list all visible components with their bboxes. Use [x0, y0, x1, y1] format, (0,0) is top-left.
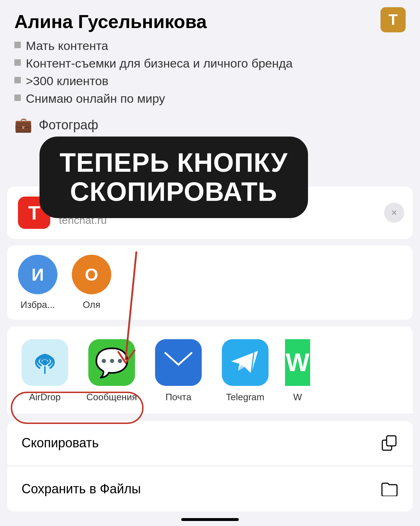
app-item-whatsapp[interactable]: W W — [285, 339, 310, 403]
copy-icon — [381, 434, 398, 452]
whatsapp-label: W — [293, 392, 302, 403]
tenchat-logo: T — [18, 197, 50, 229]
apps-row: AirDrop 💬 Сообщения Почта — [18, 339, 402, 403]
profile-role: 💼 Фотограф — [14, 116, 406, 133]
contacts-row: И Избра... О Оля — [7, 245, 413, 320]
close-button[interactable]: × — [384, 203, 404, 223]
save-files-action-row[interactable]: Сохранить в Файлы — [7, 466, 413, 512]
bullet-2: Контент-съемки для бизнеса и личного бре… — [14, 56, 406, 70]
contact-item-2[interactable]: О Оля — [72, 255, 111, 310]
messages-label: Сообщения — [86, 392, 137, 403]
home-indicator — [181, 518, 239, 521]
app-item-telegram[interactable]: Telegram — [218, 339, 272, 403]
tenchat-card: T TenChat tenchat.ru × — [7, 186, 413, 239]
svg-rect-4 — [387, 436, 396, 446]
contact-label-2: Оля — [83, 299, 100, 310]
tenchat-logo-letter: T — [28, 202, 40, 224]
briefcase-icon: 💼 — [14, 116, 32, 133]
tenchat-text: TenChat tenchat.ru — [59, 199, 109, 226]
contacts-scroll: И Избра... О Оля — [18, 255, 402, 310]
bullet-square-2 — [14, 59, 21, 66]
bullet-square-1 — [14, 42, 21, 48]
bullet-square-3 — [14, 77, 21, 83]
app-item-messages[interactable]: 💬 Сообщения — [85, 339, 139, 403]
telegram-label: Telegram — [226, 392, 265, 403]
action-rows: Скопировать Сохранить в Файлы — [7, 420, 413, 512]
bullet-4: Снимаю онлайн по миру — [14, 92, 406, 106]
gold-badge: T — [381, 7, 406, 32]
save-files-label: Сохранить в Файлы — [22, 481, 141, 497]
bullet-3: >300 клиентов — [14, 74, 406, 88]
airdrop-label: AirDrop — [29, 392, 61, 403]
gold-badge-letter: T — [388, 11, 398, 28]
whatsapp-icon: W — [285, 339, 310, 386]
telegram-icon — [222, 339, 269, 386]
contact-avatar-1: И — [18, 255, 57, 294]
app-item-airdrop[interactable]: AirDrop — [18, 339, 72, 403]
profile-name: Алина Гусельникова — [14, 11, 406, 32]
close-icon: × — [391, 208, 397, 218]
mail-label: Почта — [165, 392, 191, 403]
copy-action-row[interactable]: Скопировать — [7, 420, 413, 466]
mail-icon — [155, 339, 202, 386]
tenchat-app-name: TenChat — [59, 199, 109, 214]
copy-label: Скопировать — [22, 435, 99, 451]
messages-icon: 💬 — [88, 339, 135, 386]
bullet-square-4 — [14, 94, 21, 101]
tenchat-app-url: tenchat.ru — [59, 214, 109, 226]
apps-row-container: AirDrop 💬 Сообщения Почта — [7, 326, 413, 414]
folder-icon — [381, 480, 398, 498]
contact-avatar-2: О — [72, 255, 111, 294]
airdrop-icon — [22, 339, 68, 386]
share-sheet: T TenChat tenchat.ru × И Избра... О Оля — [0, 186, 420, 526]
profile-section: Алина Гусельникова Мать контента Контент… — [0, 0, 420, 148]
bullet-1: Мать контента — [14, 39, 406, 53]
profile-bullets: Мать контента Контент-съемки для бизнеса… — [14, 39, 406, 106]
app-item-mail[interactable]: Почта — [151, 339, 205, 403]
contact-label-1: Избра... — [20, 299, 55, 310]
contact-item-1[interactable]: И Избра... — [18, 255, 57, 310]
